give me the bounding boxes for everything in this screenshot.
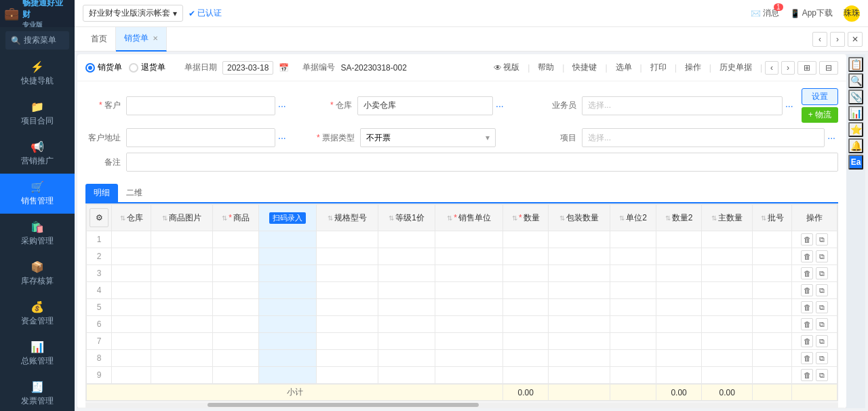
tab-next-button[interactable]: › [830,32,845,47]
company-selector[interactable]: 好业财专业版演示帐套 ▾ [83,5,183,22]
calendar-icon[interactable]: 📅 [279,63,289,73]
tab-home[interactable]: 首页 [83,27,116,52]
row-warehouse[interactable] [112,333,151,350]
row-batch[interactable] [752,316,791,333]
history-button[interactable]: 历史单据 [714,60,757,75]
sidebar-item-inventory[interactable]: 📦 库存核算 [0,254,75,294]
row-copy-button[interactable]: ⧉ [816,284,828,296]
sidebar-item-funds[interactable]: 💰 资金管理 [0,294,75,334]
row-price-level[interactable] [378,333,435,350]
row-main-qty[interactable] [702,265,753,282]
row-batch[interactable] [752,248,791,265]
right-panel-btn-2[interactable]: 🔍 [848,73,863,88]
col-gear[interactable]: ⚙ [87,205,112,231]
row-unit[interactable] [435,316,503,333]
row-batch[interactable] [752,299,791,316]
right-panel-btn-active[interactable]: Ea [848,155,863,170]
sidebar-item-marketing[interactable]: 📢 营销推广 [0,134,75,174]
row-qty[interactable] [503,350,549,367]
right-panel-btn-6[interactable]: 🔔 [848,138,863,153]
row-batch[interactable] [752,333,791,350]
row-price-level[interactable] [378,350,435,367]
row-main-qty[interactable] [702,282,753,299]
right-panel-btn-1[interactable]: 📋 [848,57,863,72]
radio-sales-order[interactable]: 销货单 [85,62,122,73]
row-warehouse[interactable] [112,248,151,265]
date-value[interactable]: 2023-03-18 [222,61,273,75]
row-product[interactable] [213,350,258,367]
row-pack-qty[interactable] [549,299,610,316]
row-scan[interactable] [258,333,317,350]
warehouse-picker-button[interactable]: ··· [493,100,507,111]
row-scan[interactable] [258,367,317,385]
row-unit2[interactable] [610,367,656,385]
shortcut-button[interactable]: 快捷键 [567,60,602,75]
row-unit[interactable] [435,333,503,350]
row-copy-button[interactable]: ⧉ [816,352,828,364]
row-price-level[interactable] [378,231,435,248]
row-delete-button[interactable]: 🗑 [801,233,813,246]
customer-input[interactable] [126,96,275,115]
operations-button[interactable]: 操作 [679,60,707,75]
row-unit2[interactable] [610,282,656,299]
row-qty2[interactable] [656,316,701,333]
row-pack-qty[interactable] [549,316,610,333]
row-delete-button[interactable]: 🗑 [801,267,813,279]
project-picker-button[interactable]: ··· [825,132,838,143]
user-avatar[interactable]: 珠珠 [844,5,860,22]
row-main-qty[interactable] [702,350,753,367]
row-qty[interactable] [503,367,549,385]
row-warehouse[interactable] [112,299,151,316]
row-product[interactable] [213,248,258,265]
row-unit[interactable] [435,367,503,385]
row-unit[interactable] [435,231,503,248]
row-image[interactable] [151,265,213,282]
row-main-qty[interactable] [702,248,753,265]
row-delete-button[interactable]: 🗑 [801,250,813,262]
row-copy-button[interactable]: ⧉ [816,267,828,279]
row-product[interactable] [213,316,258,333]
salesperson-input[interactable]: 选择... [582,96,783,115]
row-warehouse[interactable] [112,265,151,282]
row-image[interactable] [151,248,213,265]
row-delete-button[interactable]: 🗑 [801,352,813,364]
row-pack-qty[interactable] [549,367,610,385]
tab-sales-order[interactable]: 销货单 ✕ [116,27,167,52]
scrollbar-thumb[interactable] [208,403,479,407]
row-copy-button[interactable]: ⧉ [816,335,828,347]
app-download-button[interactable]: 📱 App下载 [790,7,833,19]
row-spec[interactable] [317,350,378,367]
row-unit2[interactable] [610,316,656,333]
tab-close-icon[interactable]: ✕ [153,35,158,42]
prev-record-button[interactable]: ‹ [765,61,778,75]
row-qty[interactable] [503,333,549,350]
row-main-qty[interactable] [702,333,753,350]
row-unit2[interactable] [610,231,656,248]
row-pack-qty[interactable] [549,265,610,282]
row-scan[interactable] [258,231,317,248]
row-image[interactable] [151,316,213,333]
row-unit2[interactable] [610,265,656,282]
warehouse-input[interactable]: 小卖仓库 [357,96,493,115]
customer-picker-button[interactable]: ··· [275,100,289,111]
row-unit2[interactable] [610,248,656,265]
right-panel-btn-4[interactable]: 📊 [848,106,863,121]
add-logistics-button[interactable]: + 物流 [802,107,838,123]
row-spec[interactable] [317,367,378,385]
row-copy-button[interactable]: ⧉ [816,369,828,381]
row-qty2[interactable] [656,367,701,385]
tab-close-button[interactable]: ✕ [848,32,863,47]
row-image[interactable] [151,367,213,385]
row-qty2[interactable] [656,333,701,350]
row-copy-button[interactable]: ⧉ [816,250,828,262]
radio-return-order[interactable]: 退货单 [129,62,165,73]
row-scan[interactable] [258,299,317,316]
row-main-qty[interactable] [702,299,753,316]
row-delete-button[interactable]: 🗑 [801,301,813,313]
row-main-qty[interactable] [702,231,753,248]
sidebar-item-projects[interactable]: 📁 项目合同 [0,94,75,134]
row-product[interactable] [213,265,258,282]
table-scrollbar[interactable] [85,402,838,408]
row-unit2[interactable] [610,350,656,367]
row-qty2[interactable] [656,282,701,299]
